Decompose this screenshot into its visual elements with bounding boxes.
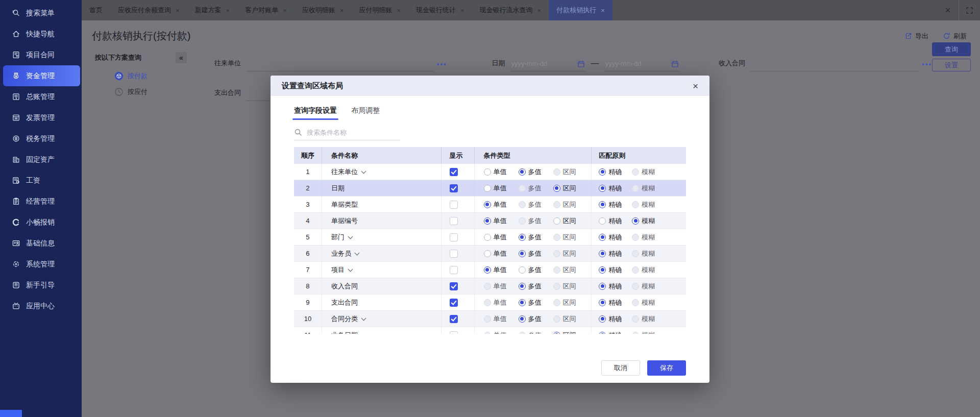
chevron-down-icon[interactable] bbox=[354, 250, 359, 255]
date-start-input[interactable]: yyyy-mm-dd bbox=[510, 58, 586, 71]
show-checkbox[interactable] bbox=[450, 201, 458, 209]
sidebar-item-3[interactable]: 资金管理 bbox=[3, 65, 80, 86]
show-checkbox[interactable] bbox=[450, 250, 458, 258]
radio-selected[interactable] bbox=[484, 217, 491, 225]
calendar-icon[interactable] bbox=[671, 60, 680, 71]
sidebar-item-11[interactable]: 基础信息 bbox=[0, 233, 82, 254]
chevron-down-icon[interactable] bbox=[361, 168, 366, 174]
radio-unselected[interactable] bbox=[484, 234, 491, 241]
cancel-button[interactable]: 取消 bbox=[601, 360, 640, 376]
income-contract-more-icon[interactable]: ••• bbox=[919, 60, 932, 71]
show-checkbox[interactable] bbox=[450, 282, 458, 290]
radio-selected[interactable] bbox=[519, 283, 526, 290]
tab-close-icon[interactable]: × bbox=[340, 7, 344, 14]
tab-3[interactable]: 客户对账单 × bbox=[237, 0, 295, 20]
sidebar-item-14[interactable]: 应用中心 bbox=[0, 296, 82, 316]
table-row[interactable]: 3 单据类型 单值 多值 区间 精确 模糊 bbox=[294, 197, 686, 213]
table-row[interactable]: 9 支出合同 单值 多值 区间 精确 模糊 bbox=[294, 295, 686, 311]
radio-selected[interactable] bbox=[599, 299, 606, 306]
tab-0[interactable]: 首页 bbox=[82, 0, 110, 20]
table-row[interactable]: 8 收入合同 单值 多值 区间 精确 模糊 bbox=[294, 278, 686, 295]
tab-close-icon[interactable]: × bbox=[226, 7, 230, 14]
income-contract-input[interactable] bbox=[750, 58, 919, 71]
radio-selected[interactable] bbox=[553, 332, 560, 334]
sidebar-item-0[interactable]: 搜索菜单 bbox=[0, 3, 82, 23]
close-all-tabs-icon[interactable]: × bbox=[937, 0, 959, 20]
sidebar-item-4[interactable]: 总账管理 bbox=[0, 86, 82, 107]
tab-4[interactable]: 应收明细账 × bbox=[295, 0, 352, 20]
chevron-down-icon[interactable] bbox=[348, 234, 353, 239]
sidebar-item-1[interactable]: 快捷导航 bbox=[0, 23, 82, 44]
table-row[interactable]: 7 项目 单值 多值 区间 精确 模糊 bbox=[294, 262, 686, 278]
show-checkbox[interactable] bbox=[450, 233, 458, 241]
scheme-item-1[interactable]: 按应付 bbox=[114, 87, 192, 96]
radio-selected[interactable] bbox=[599, 168, 606, 176]
show-checkbox[interactable] bbox=[450, 184, 458, 192]
sidebar-item-7[interactable]: 固定资产 bbox=[0, 149, 82, 170]
table-row[interactable]: 5 部门 单值 多值 区间 精确 模糊 bbox=[294, 229, 686, 246]
sidebar-item-2[interactable]: 项目合同 bbox=[0, 44, 82, 65]
sidebar-item-8[interactable]: 工资 bbox=[0, 170, 82, 191]
radio-selected[interactable] bbox=[599, 283, 606, 290]
table-row[interactable]: 10 合同分类 单值 多值 区间 精确 模糊 bbox=[294, 311, 686, 327]
show-checkbox[interactable] bbox=[450, 331, 458, 334]
export-button[interactable]: 导出 bbox=[904, 32, 928, 41]
table-row[interactable]: 1 往来单位 单值 多值 区间 精确 模糊 bbox=[294, 164, 686, 180]
sidebar-item-5[interactable]: 发票管理 bbox=[0, 107, 82, 128]
radio-selected[interactable] bbox=[599, 266, 606, 274]
radio-unselected[interactable] bbox=[484, 250, 491, 257]
chevron-down-icon[interactable] bbox=[361, 315, 366, 321]
radio-unselected[interactable] bbox=[484, 185, 491, 192]
show-checkbox[interactable] bbox=[450, 299, 458, 307]
table-row[interactable]: 6 业务员 单值 多值 区间 精确 模糊 bbox=[294, 246, 686, 262]
collapse-panel-icon[interactable]: « bbox=[176, 52, 187, 63]
show-checkbox[interactable] bbox=[450, 266, 458, 274]
tab-1[interactable]: 应收应付余额查询 × bbox=[110, 0, 187, 20]
sidebar-item-13[interactable]: 新手引导 bbox=[0, 275, 82, 296]
scheme-item-0[interactable]: 按付款 bbox=[114, 71, 192, 81]
sidebar-item-10[interactable]: 小畅报销 bbox=[0, 212, 82, 233]
fullscreen-icon[interactable] bbox=[959, 0, 980, 20]
radio-selected[interactable] bbox=[484, 266, 491, 274]
radio-selected[interactable] bbox=[599, 201, 606, 208]
radio-selected[interactable] bbox=[599, 185, 606, 192]
radio-selected[interactable] bbox=[553, 185, 560, 192]
radio-unselected[interactable] bbox=[484, 168, 491, 176]
radio-selected[interactable] bbox=[519, 168, 526, 176]
sidebar-item-6[interactable]: 税务管理 bbox=[0, 128, 82, 149]
modal-close-icon[interactable]: × bbox=[693, 81, 698, 91]
radio-selected[interactable] bbox=[599, 250, 606, 257]
table-row[interactable]: 4 单据编号 单值 多值 区间 精确 模糊 bbox=[294, 213, 686, 229]
radio-selected[interactable] bbox=[519, 299, 526, 306]
radio-selected[interactable] bbox=[632, 217, 639, 225]
radio-unselected[interactable] bbox=[519, 266, 526, 274]
search-button[interactable]: 查询 bbox=[932, 42, 971, 56]
modal-tab-0[interactable]: 查询字段设置 bbox=[294, 106, 337, 120]
radio-unselected[interactable] bbox=[553, 217, 560, 225]
partner-more-icon[interactable]: ••• bbox=[434, 60, 447, 71]
show-checkbox[interactable] bbox=[450, 315, 458, 323]
save-button[interactable]: 保存 bbox=[647, 360, 686, 376]
radio-selected[interactable] bbox=[599, 234, 606, 241]
radio-selected[interactable] bbox=[519, 315, 526, 323]
partner-input[interactable] bbox=[246, 58, 434, 71]
radio-selected[interactable] bbox=[519, 234, 526, 241]
radio-selected[interactable] bbox=[599, 315, 606, 323]
table-row[interactable]: 11 业务日期 单值 多值 区间 精确 模糊 bbox=[294, 327, 686, 334]
tab-close-icon[interactable]: × bbox=[283, 7, 287, 14]
radio-selected[interactable] bbox=[599, 332, 606, 334]
chevron-down-icon[interactable] bbox=[348, 266, 353, 272]
date-end-input[interactable]: yyyy-mm-dd bbox=[604, 58, 680, 71]
refresh-button[interactable]: 刷新 bbox=[943, 32, 967, 41]
settings-button[interactable]: 设置 bbox=[932, 59, 971, 71]
table-row[interactable]: 2 日期 单值 多值 区间 精确 模糊 bbox=[294, 180, 686, 197]
radio-selected[interactable] bbox=[484, 201, 491, 208]
calendar-icon[interactable] bbox=[577, 60, 586, 71]
condition-search-input[interactable] bbox=[307, 129, 391, 136]
sidebar-item-12[interactable]: 系统管理 bbox=[0, 254, 82, 275]
show-checkbox[interactable] bbox=[450, 217, 458, 225]
tab-6[interactable]: 现金银行统计 × bbox=[408, 0, 472, 20]
radio-selected[interactable] bbox=[519, 250, 526, 257]
tab-close-icon[interactable]: × bbox=[176, 7, 180, 14]
tab-close-icon[interactable]: × bbox=[601, 7, 605, 14]
